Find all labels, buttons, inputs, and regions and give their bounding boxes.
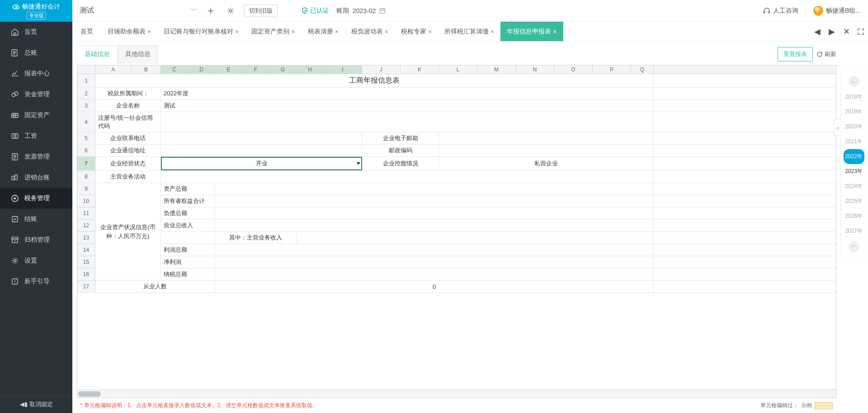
row-header-15[interactable]: 15 — [77, 256, 95, 268]
sidebar-item-3[interactable]: 资金管理 — [0, 84, 72, 105]
cell[interactable]: 企业电子邮箱 — [362, 132, 439, 144]
tab-3[interactable]: 税表清册× — [302, 22, 345, 41]
cell[interactable]: 0 — [215, 281, 654, 292]
year-2022年[interactable]: 2022年 — [844, 149, 864, 164]
cell[interactable]: 主营业务活动 — [95, 171, 161, 183]
tab-scroll-right[interactable]: ▶ — [825, 27, 839, 37]
row-header-16[interactable]: 16 — [77, 268, 95, 281]
period-label[interactable]: 税款所属期间： — [95, 88, 161, 99]
cell[interactable] — [439, 132, 654, 144]
tab-close-icon[interactable]: × — [147, 28, 151, 35]
cell[interactable]: 企业名称 — [95, 100, 161, 112]
cell[interactable]: 企业通信地址 — [95, 145, 161, 156]
col-header-D[interactable]: D — [188, 66, 215, 74]
cell[interactable] — [161, 132, 362, 144]
row-header-12[interactable]: 12 — [77, 220, 95, 232]
col-header-M[interactable]: M — [477, 66, 516, 74]
refresh-button[interactable]: 刷新 — [816, 50, 836, 58]
sidebar-item-1[interactable]: 总账 — [0, 42, 72, 63]
cell[interactable]: 企业经营状态 — [95, 157, 161, 170]
col-header-P[interactable]: P — [593, 66, 631, 74]
cell[interactable]: 纳税总额 — [161, 268, 215, 280]
row-header-7[interactable]: 7 — [77, 157, 95, 170]
cell[interactable]: 邮政编码 — [362, 145, 439, 156]
year-2025年[interactable]: 2025年 — [844, 194, 864, 209]
row-header-17[interactable]: 17 — [77, 281, 95, 292]
year-2021年[interactable]: 2021年 — [844, 134, 864, 149]
col-header-H[interactable]: H — [297, 66, 324, 74]
company-selector[interactable]: 测试 ﹀ — [80, 6, 197, 15]
unpin-button[interactable]: ◀▮取消固定 — [0, 395, 72, 413]
accounting-period[interactable]: 账期 2023-02 — [336, 7, 386, 15]
cell[interactable]: 私营企业 — [439, 157, 654, 170]
row-header-11[interactable]: 11 — [77, 207, 95, 220]
tab-close-icon[interactable]: × — [385, 28, 388, 35]
row-header-10[interactable]: 10 — [77, 195, 95, 207]
tab-4[interactable]: 税负波动表× — [345, 22, 395, 41]
add-button[interactable] — [204, 5, 217, 17]
period-value[interactable]: 2022年度 — [161, 88, 654, 99]
cell[interactable] — [161, 171, 654, 183]
cell[interactable] — [161, 112, 654, 132]
business-status-cell[interactable]: 开业 — [161, 157, 362, 170]
tab-close-all[interactable]: ✕ — [839, 27, 854, 37]
tab-close-icon[interactable]: × — [491, 28, 494, 35]
grid-body[interactable]: 1工商年报信息表2税款所属期间：2022年度3企业名称测试4注册号/统一社会信用… — [77, 74, 836, 390]
year-2026年[interactable]: 2026年 — [844, 209, 864, 224]
col-header-E[interactable]: E — [215, 66, 242, 74]
col-header-N[interactable]: N — [516, 66, 554, 74]
tab-0[interactable]: 目辅助余额表× — [101, 22, 157, 41]
cell[interactable]: 净利润 — [161, 256, 215, 268]
cell[interactable] — [215, 183, 654, 195]
sidebar-item-11[interactable]: 设置 — [0, 250, 72, 271]
cell[interactable] — [215, 207, 654, 219]
row-header-6[interactable]: 6 — [77, 145, 95, 156]
sidebar-item-0[interactable]: 首页 — [0, 22, 72, 42]
tab-7[interactable]: 年报信息申报表× — [500, 22, 563, 41]
year-up-button[interactable]: ︿ — [849, 76, 859, 87]
tab-close-icon[interactable]: × — [291, 28, 295, 35]
col-header-K[interactable]: K — [401, 66, 439, 74]
year-2024年[interactable]: 2024年 — [844, 179, 864, 194]
sidebar-item-9[interactable]: 结账 — [0, 209, 72, 230]
cell[interactable]: 从业人数 — [95, 281, 215, 292]
sidebar-item-4[interactable]: 固定资产 — [0, 105, 72, 126]
reset-report-button[interactable]: 重置报表 — [778, 47, 813, 61]
cell[interactable]: 负债总额 — [161, 207, 215, 219]
cell[interactable] — [161, 232, 215, 244]
tab-1[interactable]: 日记账与银行对账单核对× — [157, 22, 245, 41]
tab-close-icon[interactable]: × — [335, 28, 339, 35]
tab-6[interactable]: 所得税汇算清缴× — [438, 22, 500, 41]
cell[interactable] — [297, 232, 654, 244]
year-2027年[interactable]: 2027年 — [844, 224, 864, 239]
sidebar-item-7[interactable]: 进销台账 — [0, 167, 72, 188]
cell[interactable]: 资产总额 — [161, 183, 215, 195]
row-header-8[interactable]: 8 — [77, 171, 95, 183]
row-header-3[interactable]: 3 — [77, 100, 95, 112]
row-header-14[interactable]: 14 — [77, 244, 95, 256]
gear-icon[interactable] — [224, 5, 237, 17]
fullscreen-button[interactable] — [854, 28, 868, 35]
sidebar-item-12[interactable]: 新手引导 — [0, 271, 72, 292]
tab-5[interactable]: 税检专家× — [395, 22, 438, 41]
sidebar-item-5[interactable]: 工资 — [0, 126, 72, 146]
subtab-0[interactable]: 基础信息 — [77, 45, 118, 63]
sheet-title[interactable]: 工商年报信息表 — [95, 74, 654, 87]
cell[interactable] — [215, 195, 654, 207]
rail-collapse-handle[interactable]: « — [834, 119, 841, 136]
year-2018年[interactable]: 2018年 — [844, 89, 864, 104]
select-all-corner[interactable] — [77, 66, 95, 74]
user-menu[interactable]: 畅捷通B组... — [813, 6, 861, 16]
tab-scroll-left[interactable]: ◀ — [810, 27, 825, 37]
cell[interactable]: 企业联系电话 — [95, 132, 161, 144]
consult-button[interactable]: 人工咨询 — [763, 7, 798, 15]
row-header-9[interactable]: 9 — [77, 183, 95, 195]
sidebar-item-8[interactable]: 税务管理 — [0, 188, 72, 209]
cell[interactable]: 所有者权益合计 — [161, 195, 215, 207]
year-2023年[interactable]: 2023年 — [844, 164, 864, 179]
col-header-O[interactable]: O — [554, 66, 593, 74]
col-header-B[interactable]: B — [132, 66, 161, 74]
cell[interactable]: 利润总额 — [161, 244, 215, 256]
cell[interactable]: 营业总收入 — [161, 220, 215, 231]
sidebar-item-6[interactable]: 发票管理 — [0, 146, 72, 167]
